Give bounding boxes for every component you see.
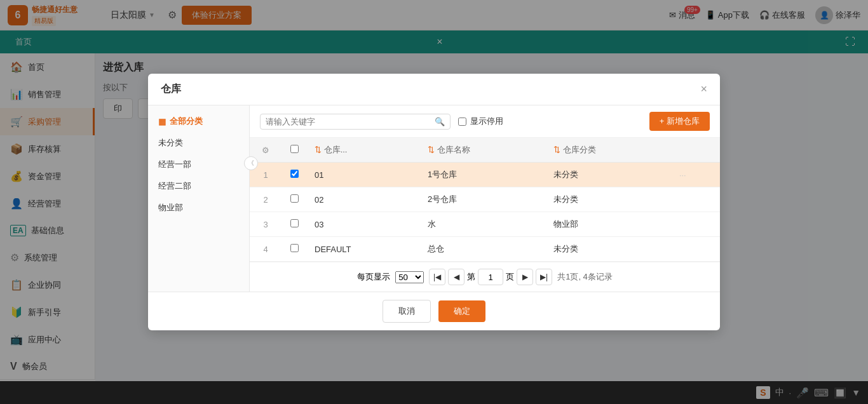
cancel-btn[interactable]: 取消 — [383, 300, 431, 323]
row-code: 01 — [307, 163, 420, 187]
row-checkbox-cell — [281, 187, 307, 212]
modal-category-sidebar: ▦ 全部分类 未分类 经营一部 经营二部 物业部 《 — [148, 105, 250, 292]
page-nav: |◀ ◀ 第 页 ▶ ▶| — [429, 269, 552, 285]
row-category: 未分类 — [546, 163, 672, 187]
modal-close-btn[interactable]: × — [700, 83, 707, 96]
row-category: 物业部 — [546, 212, 672, 237]
gear-icon: ⚙ — [262, 145, 269, 155]
show-disabled-checkbox[interactable] — [458, 118, 466, 126]
table-row[interactable]: 3 03 水 物业部 — [250, 212, 720, 237]
pagination: 每页显示 50 20 100 |◀ ◀ 第 页 ▶ ▶| — [250, 262, 720, 292]
show-disabled-label[interactable]: 显示停用 — [458, 116, 503, 127]
grid-icon: ▦ — [158, 117, 166, 126]
modal-overlay: 仓库 × ▦ 全部分类 未分类 经营一部 经营二部 — [0, 0, 868, 404]
row-code: 03 — [307, 212, 420, 237]
category-all[interactable]: ▦ 全部分类 — [148, 111, 249, 132]
row-num: 2 — [250, 187, 281, 212]
page-number-input[interactable] — [478, 269, 503, 285]
page-total-info: 共1页, 4条记录 — [557, 271, 613, 283]
row-num: 3 — [250, 212, 281, 237]
row-checkbox-cell — [281, 163, 307, 187]
category-property[interactable]: 物业部 — [148, 197, 249, 219]
search-input[interactable] — [266, 117, 431, 126]
sort-icon-category: ⇅ — [553, 145, 560, 154]
row-name: 2号仓库 — [420, 187, 546, 212]
last-page-btn[interactable]: ▶| — [536, 269, 552, 285]
table-row[interactable]: 2 02 2号仓库 未分类 — [250, 187, 720, 212]
table-header-row: ⚙ ⇅ 仓库... ⇅ — [250, 138, 720, 163]
row-actions: ··· — [672, 163, 720, 187]
add-warehouse-btn[interactable]: + 新增仓库 — [649, 112, 710, 131]
first-page-btn[interactable]: |◀ — [429, 269, 445, 285]
table-row[interactable]: 4 DEFAULT 总仓 未分类 — [250, 237, 720, 262]
modal-title: 仓库 — [161, 83, 181, 96]
row-checkbox[interactable] — [290, 194, 299, 203]
search-box: 🔍 — [260, 114, 451, 130]
modal-body: ▦ 全部分类 未分类 经营一部 经营二部 物业部 《 — [148, 105, 720, 292]
row-num: 4 — [250, 237, 281, 262]
col-code-header: ⇅ 仓库... — [307, 138, 420, 163]
row-name: 总仓 — [420, 237, 546, 262]
row-code: 02 — [307, 187, 420, 212]
row-checkbox-cell — [281, 237, 307, 262]
row-actions — [672, 212, 720, 237]
confirm-btn[interactable]: 确定 — [438, 300, 485, 322]
select-all-checkbox[interactable] — [290, 145, 299, 153]
row-actions — [672, 237, 720, 262]
warehouse-modal: 仓库 × ▦ 全部分类 未分类 经营一部 经营二部 — [148, 74, 720, 330]
modal-header: 仓库 × — [148, 74, 720, 105]
row-name: 1号仓库 — [420, 163, 546, 187]
category-unclassified[interactable]: 未分类 — [148, 132, 249, 154]
modal-toolbar: 🔍 显示停用 + 新增仓库 — [250, 105, 720, 138]
col-category-header: ⇅ 仓库分类 — [546, 138, 672, 163]
sort-icon-name: ⇅ — [428, 145, 435, 154]
row-name: 水 — [420, 212, 546, 237]
modal-main-panel: 🔍 显示停用 + 新增仓库 ⚙ — [250, 105, 720, 292]
row-checkbox-cell — [281, 212, 307, 237]
per-page-select[interactable]: 50 20 100 — [395, 271, 424, 283]
category-dept1[interactable]: 经营一部 — [148, 154, 249, 175]
modal-footer: 取消 确定 — [148, 292, 720, 330]
row-code: DEFAULT — [307, 237, 420, 262]
search-icon[interactable]: 🔍 — [435, 117, 445, 126]
col-actions-header — [672, 138, 720, 163]
table-row[interactable]: 1 01 1号仓库 未分类 ··· — [250, 163, 720, 187]
row-category: 未分类 — [546, 187, 672, 212]
collapse-sidebar-btn[interactable]: 《 — [244, 156, 258, 170]
row-actions — [672, 187, 720, 212]
prev-page-btn[interactable]: ◀ — [448, 269, 465, 285]
row-checkbox[interactable] — [290, 170, 299, 178]
row-checkbox[interactable] — [290, 244, 299, 252]
col-name-header: ⇅ 仓库名称 — [420, 138, 546, 163]
col-checkbox-header — [281, 138, 307, 163]
next-page-btn[interactable]: ▶ — [517, 269, 533, 285]
row-checkbox[interactable] — [290, 219, 299, 227]
category-dept2[interactable]: 经营二部 — [148, 175, 249, 197]
row-category: 未分类 — [546, 237, 672, 262]
warehouse-table: ⚙ ⇅ 仓库... ⇅ — [250, 138, 720, 262]
sort-icon-code: ⇅ — [315, 145, 322, 154]
